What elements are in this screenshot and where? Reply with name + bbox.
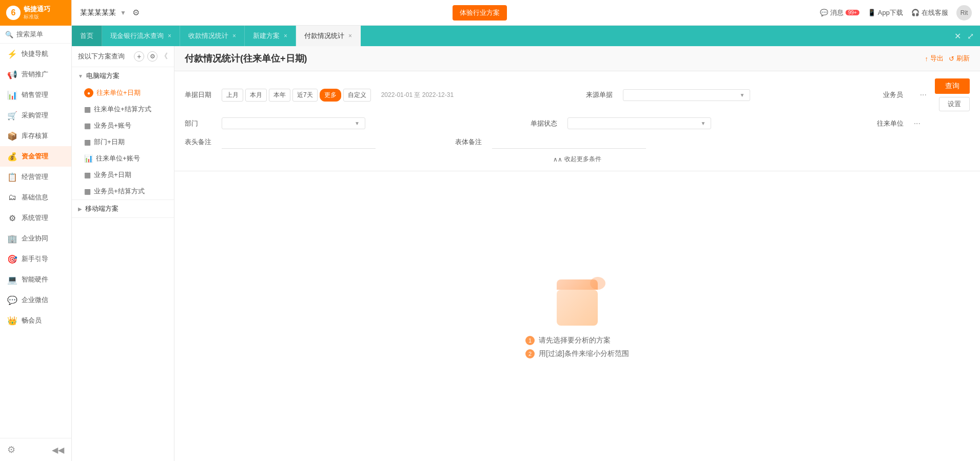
settings-btn[interactable]: 设置 <box>939 97 970 111</box>
tab-maximize-icon[interactable]: ⤢ <box>965 31 976 41</box>
counterpart-account-label: 往来单位+账号 <box>96 154 140 163</box>
messages-btn[interactable]: 💬 消息 99+ <box>820 8 859 17</box>
sidebar-item-label: 企业协同 <box>22 234 48 243</box>
scheme-settings-btn[interactable]: ⚙ <box>147 51 158 62</box>
sidebar-item-purchase[interactable]: 🛒 采购管理 <box>0 105 71 126</box>
topbar-gear-icon[interactable]: ⚙ <box>132 8 140 17</box>
sidebar-item-weixin[interactable]: 💬 企业微信 <box>0 290 71 310</box>
app-icon: 📱 <box>868 9 876 16</box>
tab-new-scheme-close[interactable]: × <box>284 32 287 39</box>
empty-box <box>557 290 598 326</box>
sidebar-item-quick-nav[interactable]: ⚡ 快捷导航 <box>0 44 71 64</box>
tab-new-scheme[interactable]: 新建方案 × <box>245 26 296 46</box>
corp-icon: 🏢 <box>7 233 17 244</box>
sidebar-footer: ⚙ ◀◀ <box>0 438 71 461</box>
tab-payment-stats[interactable]: 付款情况统计 × <box>296 26 361 46</box>
date-btn-last-7days[interactable]: 近7天 <box>292 89 318 102</box>
sidebar-item-system[interactable]: ⚙ 系统管理 <box>0 208 71 228</box>
sidebar-settings-icon[interactable]: ⚙ <box>7 444 15 455</box>
scheme-panel: 按以下方案查询 + ⚙ 《 ▼ 电脑端方案 ● 往来单位+日期 ▦ <box>72 46 174 461</box>
query-btn[interactable]: 查询 <box>935 78 970 94</box>
search-menu[interactable]: 🔍 搜索菜单 <box>0 26 71 44</box>
collapse-more-btn[interactable]: ∧∧ 收起更多条件 <box>553 155 601 164</box>
date-btn-this-month[interactable]: 本月 <box>245 89 267 102</box>
filter-row-2: 部门 ▼ 单据状态 ▼ 往来单位 ··· <box>185 117 970 129</box>
basic-icon: 🗂 <box>7 192 17 203</box>
scheme-item-counterpart-account[interactable]: 📊 往来单位+账号 <box>72 150 174 167</box>
trial-btn[interactable]: 体验行业方案 <box>453 5 507 21</box>
dept-date-icon: ▦ <box>84 138 91 146</box>
export-label: 导出 <box>930 54 944 63</box>
collapse-up-icon: ∧∧ <box>553 156 562 163</box>
tabbar: 首页 现金银行流水查询 × 收款情况统计 × 新建方案 × 付款情况统计 × ✕… <box>72 26 980 46</box>
scheme-item-counterpart-date[interactable]: ● 往来单位+日期 <box>72 85 174 101</box>
online-service-label: 在线客服 <box>922 8 948 17</box>
sidebar-item-finance[interactable]: 💰 资金管理 <box>0 146 71 167</box>
tabbar-controls: ✕ ⤢ <box>948 26 980 46</box>
sidebar-item-member[interactable]: 👑 畅会员 <box>0 310 71 331</box>
date-quick-btns: 上月 本月 本年 近7天 更多 自定义 <box>222 89 371 102</box>
sidebar-item-basic[interactable]: 🗂 基础信息 <box>0 187 71 208</box>
dept-select[interactable]: ▼ <box>222 117 365 129</box>
export-btn[interactable]: ↑ 导出 <box>925 54 944 63</box>
scheme-item-salesman-date[interactable]: ▦ 业务员+日期 <box>72 167 174 183</box>
header-note-input[interactable] <box>222 135 376 149</box>
mobile-scheme-title[interactable]: ▶ 移动端方案 <box>72 200 174 217</box>
scheme-item-salesman-settle[interactable]: ▦ 业务员+结算方式 <box>72 183 174 199</box>
company-name: 某某某某某 <box>80 8 116 17</box>
date-btn-this-year[interactable]: 本年 <box>269 89 290 102</box>
refresh-btn[interactable]: ↺ 刷新 <box>949 54 970 63</box>
empty-box-top <box>557 279 598 290</box>
sidebar-item-inventory[interactable]: 📦 库存核算 <box>0 126 71 146</box>
refresh-label: 刷新 <box>956 54 970 63</box>
sidebar-item-hardware[interactable]: 💻 智能硬件 <box>0 269 71 290</box>
sidebar-item-business[interactable]: 📋 经营管理 <box>0 167 71 187</box>
user-avatar[interactable]: Rit <box>956 5 972 21</box>
page-container: 按以下方案查询 + ⚙ 《 ▼ 电脑端方案 ● 往来单位+日期 ▦ <box>72 46 980 461</box>
company-chevron-icon[interactable]: ▼ <box>120 9 126 16</box>
tab-payment-stats-close[interactable]: × <box>348 32 352 39</box>
inventory-icon: 📦 <box>7 131 17 141</box>
body-note-input[interactable] <box>492 135 646 149</box>
sidebar-item-label: 快捷导航 <box>22 49 48 58</box>
tab-close-all-icon[interactable]: ✕ <box>952 31 963 41</box>
sidebar-collapse-icon[interactable]: ◀◀ <box>52 445 64 455</box>
scheme-item-dept-date[interactable]: ▦ 部门+日期 <box>72 134 174 150</box>
salesman-date-icon: ▦ <box>84 171 91 179</box>
app-download-btn[interactable]: 📱 App下载 <box>868 8 903 17</box>
tab-bank-flow-label: 现金银行流水查询 <box>110 31 164 41</box>
single-status-select[interactable]: ▼ <box>567 117 711 129</box>
desktop-section-arrow: ▼ <box>78 73 83 79</box>
sidebar-item-sales[interactable]: 📊 销售管理 <box>0 85 71 105</box>
tip-1-text: 请先选择要分析的方案 <box>539 336 611 345</box>
scheme-item-salesman-account[interactable]: ▦ 业务员+账号 <box>72 117 174 134</box>
system-icon: ⚙ <box>7 213 17 223</box>
sidebar-item-corp[interactable]: 🏢 企业协同 <box>0 228 71 249</box>
sidebar-item-marketing[interactable]: 📢 营销推广 <box>0 64 71 85</box>
tip-num-2: 2 <box>525 349 535 358</box>
date-btn-last-month[interactable]: 上月 <box>222 89 243 102</box>
collapse-btn-label: 收起更多条件 <box>564 155 601 164</box>
sidebar-item-guide[interactable]: 🎯 新手引导 <box>0 249 71 269</box>
tab-bank-flow[interactable]: 现金银行流水查询 × <box>102 26 180 46</box>
desktop-scheme-title[interactable]: ▼ 电脑端方案 <box>72 67 174 85</box>
date-btn-more[interactable]: 更多 <box>320 89 341 102</box>
counterpart-ellipsis-btn[interactable]: ··· <box>914 119 920 128</box>
counterpart-settle-label: 往来单位+结算方式 <box>94 105 151 114</box>
salesman-settle-icon: ▦ <box>84 187 91 195</box>
salesman-ellipsis-btn[interactable]: ··· <box>920 90 927 99</box>
online-service-btn[interactable]: 🎧 在线客服 <box>911 8 948 17</box>
quick-nav-icon: ⚡ <box>7 49 17 59</box>
tab-receipt-stats-close[interactable]: × <box>232 32 236 39</box>
tab-bank-flow-close[interactable]: × <box>168 32 171 39</box>
scheme-collapse-icon[interactable]: 《 <box>161 52 168 61</box>
source-select[interactable]: ▼ <box>623 89 750 101</box>
tab-receipt-stats[interactable]: 收款情况统计 × <box>180 26 245 46</box>
date-btn-custom[interactable]: 自定义 <box>343 89 371 102</box>
tab-new-scheme-label: 新建方案 <box>253 31 280 41</box>
single-status-label: 单据状态 <box>531 119 559 128</box>
tab-home[interactable]: 首页 <box>72 26 102 46</box>
search-menu-label: 搜索菜单 <box>16 30 43 39</box>
scheme-add-btn[interactable]: + <box>134 51 144 62</box>
scheme-item-counterpart-settle[interactable]: ▦ 往来单位+结算方式 <box>72 101 174 117</box>
